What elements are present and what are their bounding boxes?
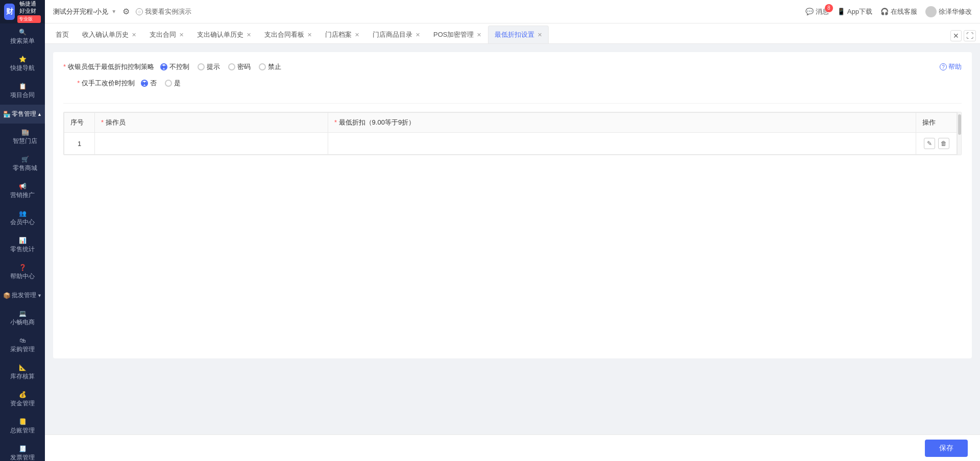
radio-forbidden [259, 63, 266, 70]
app-download-button[interactable]: 📱 App下载 [837, 7, 872, 16]
table-scrollbar[interactable] [957, 112, 961, 155]
cashier-policy-label: * 收银员低于最低折扣控制策略 [63, 62, 154, 71]
sidebar-item-invoice-mgmt[interactable]: 🧾 发票管理 [0, 440, 45, 461]
topbar-demo[interactable]: ○ 我要看实例演示 [136, 7, 191, 16]
required-star2: * [77, 79, 82, 87]
tabbar-actions: ✕ ⛶ [950, 30, 976, 43]
sidebar-item-purchase-mgmt[interactable]: 🛍 采购管理 [0, 332, 45, 359]
project-contract-icon: 📋 [19, 83, 27, 90]
sidebar-item-general-ledger[interactable]: 📒 总账管理 [0, 413, 45, 440]
row-edit-button[interactable]: ✎ [924, 138, 935, 149]
sidebar-item-label: 零售商城 [13, 164, 37, 173]
sidebar-item-retail-stats[interactable]: 📊 零售统计 [0, 232, 45, 259]
sidebar-item-wholesale-mgmt[interactable]: 📦 批发管理 ▼ [0, 286, 45, 305]
tab-payment-contract[interactable]: 支出合同 ✕ [143, 26, 190, 43]
cashier-policy-remind[interactable]: 提示 [198, 62, 220, 71]
manual-price-yes[interactable]: 是 [165, 79, 181, 88]
tab-pos-password[interactable]: POS加密管理 ✕ [427, 26, 488, 43]
message-icon: 💬 [805, 8, 814, 15]
td-min-discount[interactable] [328, 133, 916, 155]
sidebar-item-marketing[interactable]: 📢 营销推广 [0, 178, 45, 205]
message-badge: 8 [825, 4, 833, 12]
manual-price-no[interactable]: 否 [141, 79, 157, 88]
tab-payment-board-close[interactable]: ✕ [307, 32, 312, 38]
demo-label: 我要看实例演示 [145, 7, 191, 16]
tab-payment-history[interactable]: 支出确认单历史 ✕ [190, 26, 258, 43]
td-action: ✎ 🗑 [916, 133, 957, 155]
row-delete-button[interactable]: 🗑 [938, 138, 949, 149]
tab-income-history[interactable]: 收入确认单历史 ✕ [76, 26, 143, 43]
tab-income-history-close[interactable]: ✕ [132, 32, 136, 38]
logo-text: 畅捷通好业财 [19, 1, 41, 14]
inventory-icon: 📐 [19, 364, 27, 371]
tab-store-products[interactable]: 门店商品目录 ✕ [366, 26, 427, 43]
sidebar-item-ecommerce[interactable]: 💻 小畅电商 [0, 305, 45, 332]
sidebar-item-member-center[interactable]: 👥 会员中心 [0, 205, 45, 232]
logo-area: 财 畅捷通好业财 专业版 [0, 0, 45, 23]
tab-min-discount-label: 最低折扣设置 [495, 30, 534, 39]
page-content: ? 帮助 * 收银员低于最低折扣控制策略 不控制 [45, 44, 980, 434]
cashier-policy-radio-group: 不控制 提示 密码 禁 [160, 62, 281, 71]
sidebar-item-help-center[interactable]: ❓ 帮助中心 [0, 259, 45, 286]
user-profile-button[interactable]: 徐泽华修改 [925, 6, 972, 17]
cashier-policy-no-control[interactable]: 不控制 [160, 62, 189, 71]
ecommerce-icon: 💻 [19, 310, 27, 317]
sidebar-item-retail-management[interactable]: 🏪 零售管理 ▲ [0, 105, 45, 124]
sidebar-item-label: 营销推广 [10, 191, 35, 200]
project-dropdown-arrow: ▼ [111, 9, 116, 14]
tab-store-file[interactable]: 门店档案 ✕ [318, 26, 366, 43]
sidebar-item-smart-store[interactable]: 🏬 智慧门店 [0, 124, 45, 151]
radio-password [228, 63, 235, 70]
tab-expand-button[interactable]: ⛶ [964, 30, 976, 41]
wholesale-mgmt-icon: 📦 [3, 292, 11, 299]
sidebar-item-finance[interactable]: 💰 资金管理 [0, 386, 45, 413]
help-label: 帮助 [948, 62, 962, 71]
sidebar-item-label: 帮助中心 [10, 272, 35, 281]
cashier-policy-forbidden[interactable]: 禁止 [259, 62, 281, 71]
cashier-policy-row: * 收银员低于最低折扣控制策略 不控制 提示 [63, 62, 962, 71]
required-star: * [63, 63, 68, 70]
tab-home[interactable]: 首页 [49, 26, 76, 43]
tab-min-discount-close[interactable]: ✕ [537, 32, 542, 38]
project-name: 测试分开完程-小兑 [53, 7, 108, 16]
tab-min-discount[interactable]: 最低折扣设置 ✕ [488, 26, 549, 43]
retail-management-icon: 🏪 [3, 111, 11, 118]
purchase-mgmt-icon: 🛍 [19, 337, 26, 344]
online-service-button[interactable]: 🎧 在线客服 [880, 7, 917, 16]
member-center-icon: 👥 [19, 210, 27, 217]
sidebar-item-quick-nav[interactable]: ⭐ 快捷导航 [0, 51, 45, 78]
app-download-icon: 📱 [837, 8, 845, 15]
table-header: 序号 * 操作员 * 最低折扣（9.00等于9折） [64, 113, 957, 133]
tab-close-button[interactable]: ✕ [950, 30, 962, 41]
tab-store-products-close[interactable]: ✕ [415, 32, 420, 38]
tab-pos-password-close[interactable]: ✕ [477, 32, 481, 38]
cashier-policy-password[interactable]: 密码 [228, 62, 251, 71]
radio-no-control [160, 63, 167, 70]
sidebar-item-search[interactable]: 🔍 搜索菜单 [0, 23, 45, 51]
sidebar-item-project-contract[interactable]: 📋 项目合同 [0, 78, 45, 105]
message-button[interactable]: 💬 消息 8 [805, 7, 829, 16]
tab-payment-history-close[interactable]: ✕ [247, 32, 251, 38]
topbar-project[interactable]: 测试分开完程-小兑 ▼ [53, 7, 116, 16]
retail-stats-icon: 📊 [19, 237, 27, 244]
data-table: 序号 * 操作员 * 最低折扣（9.00等于9折） [64, 112, 957, 155]
chevron-down-icon: ▼ [37, 293, 42, 298]
sidebar-item-label: 总账管理 [10, 426, 35, 435]
tab-store-file-close[interactable]: ✕ [355, 32, 359, 38]
td-operator[interactable] [95, 133, 328, 155]
sidebar-item-retail-mall[interactable]: 🛒 零售商城 [0, 151, 45, 178]
sidebar-item-label: 智慧门店 [13, 137, 37, 145]
tab-payment-contract-close[interactable]: ✕ [179, 32, 184, 38]
tab-payment-board[interactable]: 支出合同看板 ✕ [258, 26, 318, 43]
general-ledger-icon: 📒 [19, 418, 27, 425]
table-header-row: 序号 * 操作员 * 最低折扣（9.00等于9折） [64, 113, 957, 133]
help-center-icon: ❓ [19, 264, 27, 271]
save-button[interactable]: 保存 [925, 440, 968, 457]
sidebar-item-label: 发票管理 [10, 453, 35, 461]
topbar-settings-button[interactable]: ⚙ [122, 7, 130, 16]
sidebar-item-label: 小畅电商 [10, 318, 35, 327]
help-link[interactable]: ? 帮助 [940, 62, 962, 71]
required-star-discount: * [334, 118, 339, 126]
sidebar-item-inventory[interactable]: 📐 库存核算 [0, 359, 45, 386]
th-action: 操作 [916, 113, 957, 133]
